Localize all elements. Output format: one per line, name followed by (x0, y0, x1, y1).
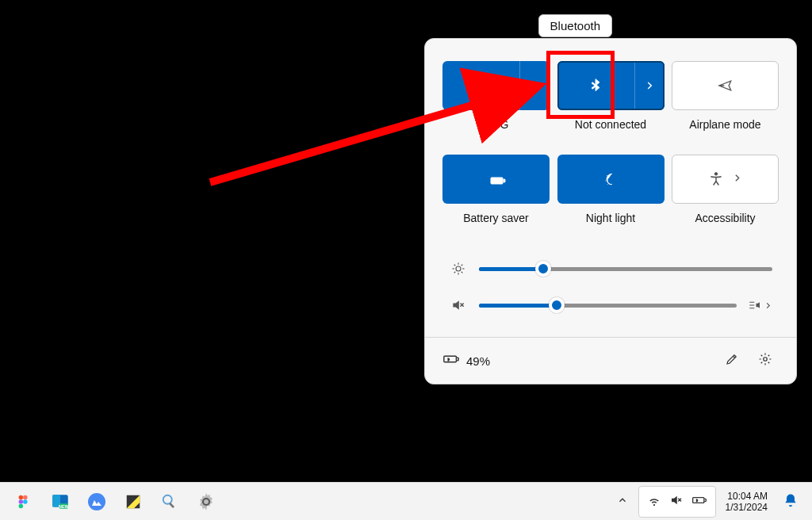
svg-point-23 (163, 495, 172, 503)
svg-point-21 (88, 493, 105, 510)
battery-saver-label: Battery saver (463, 212, 528, 224)
bluetooth-label: Not connected (575, 118, 646, 131)
svg-point-13 (23, 495, 28, 499)
tile-row-1: RGG Not connected (442, 61, 779, 148)
brightness-icon (449, 259, 468, 278)
battery-saver-icon (488, 171, 504, 187)
panel-footer: 49% (425, 337, 796, 384)
bluetooth-tile-main[interactable] (557, 61, 634, 110)
battery-percent: 49% (466, 354, 490, 368)
chevron-up-icon (617, 495, 628, 509)
svg-point-0 (714, 173, 717, 175)
svg-point-1 (456, 266, 461, 271)
night-light-icon (603, 171, 619, 187)
night-light-tile-wrap: Night light (557, 155, 665, 242)
taskbar-date: 1/31/2024 (726, 502, 768, 513)
taskbar-app-sticky-notes[interactable] (117, 486, 149, 518)
wifi-tile[interactable] (442, 61, 550, 110)
notification-button[interactable] (777, 486, 804, 518)
accessibility-tile[interactable] (672, 155, 779, 204)
wifi-icon (473, 78, 489, 94)
wifi-expand-button[interactable] (519, 61, 550, 110)
brightness-slider-row (449, 259, 772, 278)
airplane-tile-main[interactable] (672, 62, 778, 109)
audio-output-button[interactable] (748, 296, 772, 315)
battery-saver-tile[interactable] (442, 155, 550, 204)
svg-rect-24 (169, 502, 174, 507)
gear-icon (758, 352, 772, 369)
tray-volume-mute-icon (669, 493, 684, 510)
chevron-right-icon (732, 172, 742, 186)
volume-slider-row (449, 296, 772, 315)
airplane-tile-wrap: Airplane mode (672, 61, 779, 148)
volume-mute-icon[interactable] (449, 296, 468, 315)
settings-button[interactable] (752, 347, 779, 374)
wifi-tile-wrap: RGG (442, 61, 550, 148)
quick-settings-panel: RGG Not connected (424, 38, 797, 384)
accessibility-icon (708, 171, 724, 187)
airplane-tile[interactable] (672, 61, 779, 110)
svg-line-6 (454, 265, 456, 266)
tray-wifi-icon (647, 493, 661, 510)
battery-saver-tile-wrap: Battery saver (442, 155, 550, 242)
bell-icon (783, 492, 799, 511)
battery-footer-icon (442, 350, 460, 371)
night-light-tile[interactable] (557, 155, 665, 204)
wifi-label: RGG (484, 118, 509, 131)
taskbar-left: NEW (8, 486, 222, 518)
system-tray[interactable] (638, 486, 716, 518)
svg-point-16 (19, 503, 23, 508)
tile-row-2: Battery saver Night light (442, 155, 779, 242)
edit-button[interactable] (718, 347, 745, 374)
pencil-icon (725, 352, 739, 369)
battery-saver-tile-main[interactable] (442, 155, 550, 204)
taskbar-app-figma[interactable] (8, 486, 40, 518)
night-light-label: Night light (586, 212, 635, 224)
bluetooth-tile[interactable] (557, 61, 665, 110)
airplane-icon (718, 78, 733, 94)
accessibility-label: Accessibility (695, 212, 755, 224)
night-light-tile-main[interactable] (557, 155, 665, 204)
svg-line-8 (454, 272, 456, 273)
tray-overflow-button[interactable] (611, 486, 634, 518)
svg-text:NEW: NEW (59, 503, 70, 508)
taskbar-app-outlook[interactable]: NEW (44, 486, 76, 518)
bluetooth-expand-button[interactable] (634, 61, 665, 110)
accessibility-tile-wrap: Accessibility (672, 155, 779, 242)
bluetooth-icon (588, 78, 603, 94)
bluetooth-tooltip: Bluetooth (538, 14, 612, 37)
svg-point-15 (23, 499, 28, 504)
taskbar-right: 10:04 AM 1/31/2024 (611, 486, 804, 518)
bluetooth-tile-wrap: Not connected (557, 61, 665, 148)
taskbar-time: 10:04 AM (726, 491, 768, 502)
brightness-slider[interactable] (479, 267, 772, 271)
wifi-tile-main[interactable] (442, 61, 519, 110)
airplane-label: Airplane mode (689, 118, 760, 131)
taskbar-app-nordvpn[interactable] (81, 486, 113, 518)
accessibility-tile-main[interactable] (672, 155, 778, 203)
svg-point-14 (19, 499, 23, 504)
svg-line-7 (462, 272, 463, 273)
tray-battery-icon (691, 492, 707, 511)
taskbar-app-settings[interactable] (190, 486, 222, 518)
taskbar-clock[interactable]: 10:04 AM 1/31/2024 (721, 491, 772, 513)
taskbar-app-system-config[interactable] (154, 486, 186, 518)
taskbar: NEW (0, 482, 812, 520)
svg-point-12 (19, 495, 23, 499)
svg-point-10 (764, 358, 768, 361)
svg-line-9 (462, 265, 463, 266)
volume-slider[interactable] (479, 304, 737, 308)
